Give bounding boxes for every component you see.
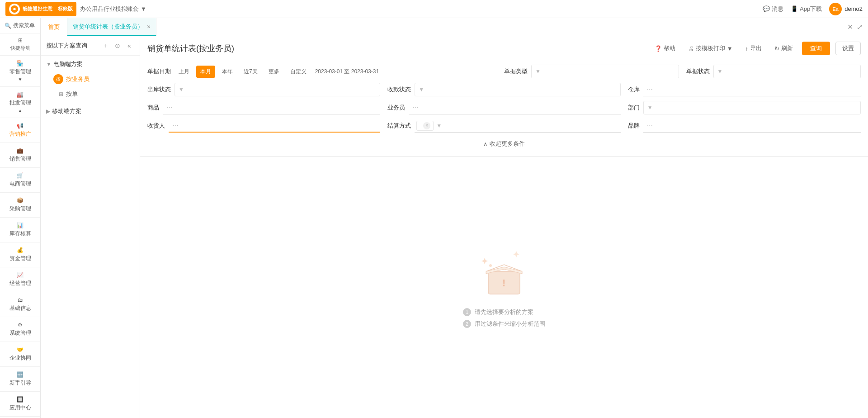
date-btn-year[interactable]: 本年 [218,66,237,78]
content-area: 按以下方案查询 + ⊙ « ▼ [41,36,868,418]
sidebar-item-retail[interactable]: 🏪 零售管理 ▼ [0,56,40,87]
scheme-group-desktop: ▼ 电脑端方案 按 按业务员 ⊞ 按单 [41,56,140,103]
tab-maximize-btn[interactable]: ⤢ [857,23,863,31]
scheme-item-by-salesperson[interactable]: 按 按业务员 [41,71,140,87]
refresh-btn[interactable]: ↻ 刷新 [771,43,797,54]
collapse-icon: ∧ [483,141,488,147]
tab-close-btn[interactable]: × [147,23,151,30]
tab-restore-btn[interactable]: ✕ [847,23,853,31]
filter-salesperson: 业务员 ··· [387,101,620,114]
filter-recipient-input[interactable]: ··· [169,119,380,133]
page-actions: ❓ 帮助 🖨 按模板打印 ▼ ↑ 导出 ↻ [651,42,861,55]
settlement-tag-close[interactable]: × [423,122,430,129]
tab-active[interactable]: 销货单统计表（按业务员） × [67,18,156,36]
breadcrumb-arrow[interactable]: ▼ [141,5,146,12]
inventory-icon: 📊 [17,222,24,228]
sidebar-item-enterprise[interactable]: 🤝 企业协同 [0,342,40,367]
print-btn[interactable]: 🖨 按模板打印 ▼ [684,43,736,54]
sidebar-item-basic[interactable]: 🗂 基础信息 [0,292,40,317]
scheme-settings-btn[interactable]: ⊙ [113,41,123,51]
filter-goods-input[interactable]: ··· [163,101,380,114]
breadcrumb-text: 办公用品行业模拟账套 [80,5,139,13]
date-btn-custom[interactable]: 自定义 [286,66,311,78]
recipient-dots[interactable]: ··· [172,121,178,129]
sidebar-item-guide[interactable]: 🆕 新手引导 [0,367,40,392]
retail-icon: 🏪 [17,60,24,66]
date-btn-current-month[interactable]: 本月 [196,66,215,78]
filter-salesperson-input[interactable]: ··· [409,101,620,114]
date-btn-more[interactable]: 更多 [264,66,283,78]
tab-home[interactable]: 首页 [41,18,67,36]
filter-doc-type-inner[interactable]: ▼ [531,65,679,78]
app-label: App下载 [800,5,822,13]
sidebar-search[interactable]: 🔍 搜索菜单 [0,18,40,33]
guide-icon: 🆕 [17,371,24,378]
filter-stock-status-select[interactable]: ▼ [175,83,380,96]
filter-doc-status: 单据状态 ▼ [686,65,861,78]
query-btn[interactable]: 查询 [802,42,830,55]
scheme-collapse-btn[interactable]: « [124,41,134,51]
filter-stock-status-label: 出库状态 [147,86,171,94]
filter-doc-type-label: 单据类型 [504,67,528,76]
filter-brand-input[interactable]: ··· [643,119,861,133]
svg-text:!: ! [502,277,505,289]
filter-payment-status-inner[interactable]: ▼ [415,83,620,96]
doc-status-arrow: ▼ [717,68,723,75]
tip-text-1: 请先选择要分析的方案 [475,308,533,316]
sidebar-item-ecommerce[interactable]: 🛒 电商管理 [0,168,40,193]
sidebar-item-marketing[interactable]: 📢 营销推广 [0,118,40,143]
apps-icon: 🔲 [17,396,24,403]
filter-settlement-input[interactable]: × ▼ [415,119,620,133]
filter-payment-status: 收款状态 ▼ [387,83,620,96]
date-btn-7days[interactable]: 近7天 [240,66,262,78]
sidebar-item-quicknav[interactable]: ⊞ 快捷导航 [0,33,40,56]
filter-warehouse-input[interactable]: ··· [643,83,861,96]
user-area[interactable]: Ea demo2 [829,3,863,15]
sidebar-item-finance[interactable]: 💰 资金管理 [0,242,40,267]
message-icon: 💬 [763,5,770,12]
settings-btn[interactable]: 设置 [835,42,861,55]
sidebar-item-inventory[interactable]: 📊 库存核算 [0,218,40,242]
salesperson-dots[interactable]: ··· [412,104,418,112]
sales-icon: 💼 [17,147,24,154]
filter-stock-status-inner[interactable]: ▼ [175,83,380,96]
sidebar-item-apps[interactable]: 🔲 应用中心 [0,392,40,417]
scheme-group-mobile-header[interactable]: ▶ 移动端方案 [41,104,140,118]
collapse-filters-btn[interactable]: ∧ 收起更多条件 [147,137,861,151]
sidebar-item-system[interactable]: ⚙ 系统管理 [0,317,40,342]
scheme-item-by-doc[interactable]: ⊞ 按单 [41,87,140,101]
filter-doc-status-select[interactable]: ▼ [713,65,861,78]
stock-status-arrow: ▼ [179,86,184,93]
filter-salesperson-label: 业务员 [387,104,405,112]
warehouse-dots[interactable]: ··· [647,86,653,94]
empty-state: ! 1 请先选择要分 [463,247,545,328]
filter-stock-status: 出库状态 ▼ [147,83,380,96]
message-btn[interactable]: 💬 消息 [763,5,783,13]
breadcrumb: 办公用品行业模拟账套 ▼ [80,5,146,13]
scheme-group-mobile-arrow: ▶ [46,108,50,114]
retail-label: 零售管理 [9,68,31,76]
scheme-add-btn[interactable]: + [101,41,111,51]
sidebar-item-wholesale[interactable]: 🏭 批发管理 ▲ [0,87,40,118]
date-range: 2023-03-01 至 2023-03-31 [315,68,379,76]
filter-payment-status-select[interactable]: ▼ [415,83,620,96]
message-label: 消息 [772,5,783,13]
filter-brand-label: 品牌 [628,122,640,130]
sidebar-item-operation[interactable]: 📈 经营管理 [0,267,40,292]
date-btn-prev-month[interactable]: 上月 [175,66,193,78]
filter-recipient-label: 收货人 [147,122,165,130]
filter-doc-status-inner[interactable]: ▼ [713,65,861,78]
tab-home-label: 首页 [48,23,60,31]
filter-department-inner[interactable]: ▼ [643,101,861,114]
goods-dots[interactable]: ··· [166,104,172,112]
scheme-group-desktop-header[interactable]: ▼ 电脑端方案 [41,57,140,71]
filter-doc-type-select[interactable]: ▼ [531,65,679,78]
brand-dots[interactable]: ··· [647,122,653,130]
help-btn[interactable]: ❓ 帮助 [651,43,679,54]
filter-department-select[interactable]: ▼ [643,101,861,114]
app-download-btn[interactable]: 📱 App下载 [791,5,822,13]
logo-area[interactable]: 畅捷通好生意 标账版 [5,2,76,16]
sidebar-item-purchase[interactable]: 📦 采购管理 [0,193,40,218]
export-btn[interactable]: ↑ 导出 [742,43,766,54]
sidebar-item-sales[interactable]: 💼 销售管理 [0,143,40,168]
